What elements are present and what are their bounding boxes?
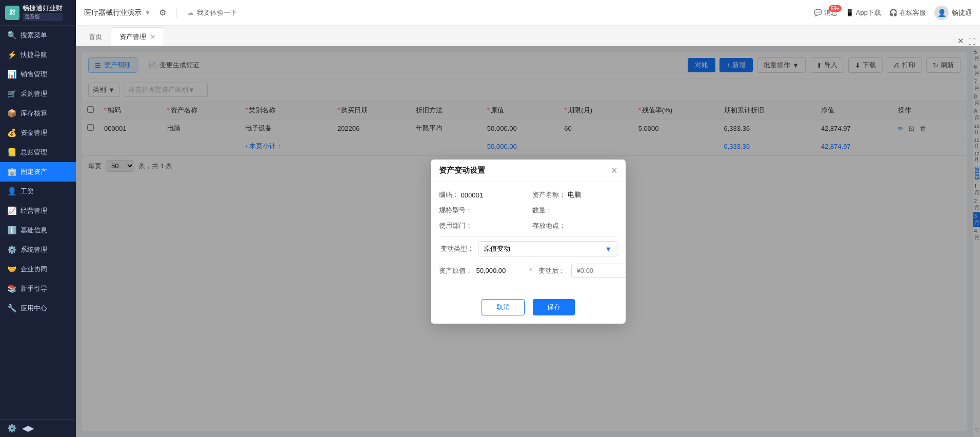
tab-home[interactable]: 首页	[80, 27, 111, 46]
tabbar: 首页 资产管理 ✕ ✕ ⛶	[76, 26, 980, 46]
main-area: 医疗器械行业演示 ▼ ⚙ ☁ 我要体验一下 💬 消息 99+ 📱 App下载 🎧…	[76, 0, 980, 437]
tab-asset-management[interactable]: 资产管理 ✕	[111, 27, 164, 46]
sidebar-label-quicknav: 快捷导航	[21, 50, 47, 59]
logo-text-block: 畅捷通好业财 普及版	[23, 4, 63, 21]
collapse-icon[interactable]: ◀▶	[22, 424, 34, 433]
sidebar-item-inventory[interactable]: 📦 库存核算	[0, 104, 76, 123]
sidebar-label-system: 系统管理	[21, 245, 47, 254]
finance-icon: 💰	[7, 128, 16, 137]
dialog-field-location: 存放地点：	[532, 221, 617, 230]
sidebar-item-purchase[interactable]: 🛒 采购管理	[0, 84, 76, 104]
dialog-header: 资产变动设置 ✕	[431, 160, 626, 182]
topbar-try[interactable]: ☁ 我要体验一下	[187, 8, 237, 17]
online-service-btn[interactable]: 🎧 在线客服	[889, 8, 926, 17]
fixedasset-icon: 🏢	[7, 167, 16, 176]
sidebar-item-system[interactable]: ⚙️ 系统管理	[0, 240, 76, 260]
required-star: *	[530, 267, 532, 274]
sidebar-nav: 🔍 搜索菜单 ⚡ 快捷导航 📊 销售管理 🛒 采购管理 📦 库存核算 💰 资金管…	[0, 26, 76, 419]
content-area: ☰ 资产明细 📄 变更生成凭证 对账 + 新增 批量操作 ▼	[76, 46, 980, 437]
sidebar-item-sales[interactable]: 📊 销售管理	[0, 65, 76, 84]
name-label: 资产名称：	[532, 190, 566, 200]
dialog-value-row: 资产原值： 50,000.00 * 变动后：	[439, 264, 617, 277]
modal-overlay[interactable]: 资产变动设置 ✕ 编码： 000001 资产名称： 电脑	[76, 46, 980, 437]
quicknav-icon: ⚡	[7, 50, 16, 59]
message-btn[interactable]: 💬 消息 99+	[814, 8, 837, 17]
sidebar-item-fixedasset[interactable]: 🏢 固定资产	[0, 162, 76, 182]
dialog-divider	[439, 236, 617, 237]
dialog-title: 资产变动设置	[439, 166, 485, 175]
collab-icon: 🤝	[7, 265, 16, 274]
user-avatar: 👤	[934, 6, 949, 20]
logo-badge: 普及版	[23, 13, 63, 21]
sidebar-item-ledger[interactable]: 📒 总账管理	[0, 143, 76, 162]
headset-icon: 🎧	[889, 9, 897, 16]
sidebar-label-basic: 基础信息	[21, 226, 47, 235]
try-label: 我要体验一下	[197, 8, 237, 17]
settings-bottom-icon[interactable]: ⚙️	[7, 424, 17, 433]
salary-icon: 👤	[7, 187, 16, 196]
dialog-change-type-row: 变动类型： 原值变动 ▼	[439, 241, 617, 256]
location-label: 存放地点：	[532, 221, 566, 230]
online-service-label: 在线客服	[899, 8, 926, 17]
sidebar-item-guide[interactable]: 📚 新手引导	[0, 279, 76, 299]
guide-icon: 📚	[7, 284, 16, 293]
dialog-footer: 取消 保存	[431, 293, 626, 324]
topbar-right: 💬 消息 99+ 📱 App下载 🎧 在线客服 👤 畅捷通	[814, 6, 972, 20]
ledger-icon: 📒	[7, 148, 16, 157]
change-type-label: 变动类型：	[439, 244, 474, 253]
sidebar-item-collab[interactable]: 🤝 企业协同	[0, 260, 76, 279]
cancel-button[interactable]: 取消	[482, 299, 525, 315]
asset-original-label: 资产原值：	[439, 266, 472, 275]
spec-label: 规格型号：	[439, 206, 472, 215]
tabbar-close-icon[interactable]: ✕	[957, 36, 964, 46]
logo-title: 畅捷通好业财	[23, 4, 63, 13]
after-change-input[interactable]	[571, 264, 626, 277]
sidebar-item-basic[interactable]: ℹ️ 基础信息	[0, 221, 76, 240]
code-value: 000001	[461, 191, 483, 199]
sidebar-label-inventory: 库存核算	[21, 109, 47, 118]
sidebar-label-collab: 企业协同	[21, 265, 47, 274]
topbar-divider	[176, 8, 177, 18]
sidebar-item-salary[interactable]: 👤 工资	[0, 182, 76, 201]
cloud-icon: ☁	[187, 9, 194, 16]
company-name: 医疗器械行业演示	[84, 8, 142, 17]
sidebar-item-management[interactable]: 📈 经营管理	[0, 201, 76, 221]
sidebar-label-salary: 工资	[21, 187, 34, 196]
sidebar-item-search[interactable]: 🔍 搜索菜单	[0, 26, 76, 45]
dialog-row-2: 规格型号： 数量：	[439, 206, 617, 215]
sidebar-item-apps[interactable]: 🔧 应用中心	[0, 299, 76, 318]
app-download-btn[interactable]: 📱 App下载	[846, 8, 881, 17]
dropdown-arrow-icon: ▼	[605, 245, 612, 253]
dialog-close-icon[interactable]: ✕	[611, 166, 617, 175]
sidebar-bottom: ⚙️ ◀▶	[0, 419, 76, 437]
dialog-field-code: 编码： 000001	[439, 190, 524, 200]
tabbar-expand-icon[interactable]: ⛶	[968, 37, 976, 46]
tab-close-icon[interactable]: ✕	[150, 33, 155, 41]
save-button[interactable]: 保存	[533, 299, 575, 315]
sidebar-item-quicknav[interactable]: ⚡ 快捷导航	[0, 45, 76, 65]
message-badge: 99+	[829, 5, 842, 12]
quantity-label: 数量：	[532, 206, 552, 215]
sales-icon: 📊	[7, 70, 16, 79]
topbar-settings-icon[interactable]: ⚙	[159, 8, 166, 17]
change-type-dropdown[interactable]: 原值变动 ▼	[478, 241, 617, 256]
search-icon: 🔍	[7, 31, 16, 40]
basic-icon: ℹ️	[7, 226, 16, 235]
sidebar-label-guide: 新手引导	[21, 284, 47, 293]
inventory-icon: 📦	[7, 109, 16, 118]
app-download-label: App下载	[856, 8, 881, 17]
topbar: 医疗器械行业演示 ▼ ⚙ ☁ 我要体验一下 💬 消息 99+ 📱 App下载 🎧…	[76, 0, 980, 26]
dialog-row-3: 使用部门： 存放地点：	[439, 221, 617, 230]
tab-home-label: 首页	[89, 32, 102, 42]
user-profile[interactable]: 👤 畅捷通	[934, 6, 972, 20]
sidebar: 财 畅捷通好业财 普及版 🔍 搜索菜单 ⚡ 快捷导航 📊 销售管理 🛒 采购管理…	[0, 0, 76, 437]
sidebar-label-ledger: 总账管理	[21, 148, 47, 157]
tab-asset-label: 资产管理	[119, 32, 146, 42]
company-arrow-icon[interactable]: ▼	[145, 9, 151, 16]
sidebar-item-finance[interactable]: 💰 资金管理	[0, 123, 76, 143]
sidebar-label-fixedasset: 固定资产	[21, 167, 47, 176]
dept-label: 使用部门：	[439, 221, 472, 230]
dialog-field-quantity: 数量：	[532, 206, 617, 215]
user-name: 畅捷通	[952, 8, 972, 17]
sidebar-label-sales: 销售管理	[21, 70, 47, 79]
